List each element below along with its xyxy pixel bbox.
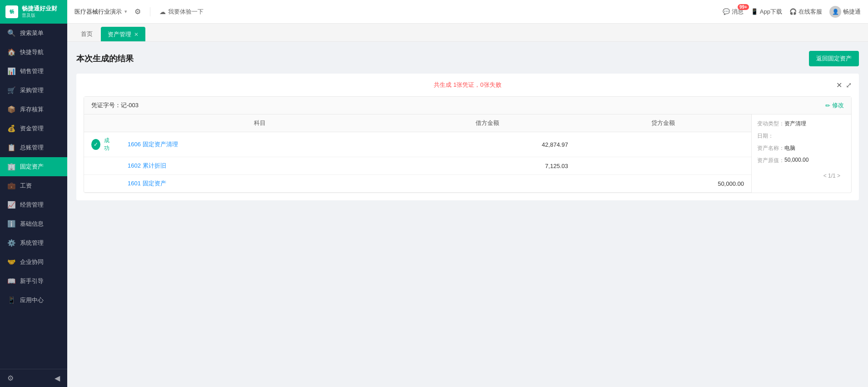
close-panel-button[interactable]: ✕ bbox=[836, 81, 842, 89]
user-label: 畅捷通 bbox=[843, 8, 861, 16]
online-service-icon: 🎧 bbox=[789, 8, 797, 15]
capital-icon: 💰 bbox=[7, 124, 15, 133]
sidebar-item-guide[interactable]: 📖 新手引导 bbox=[0, 272, 67, 291]
col-credit: 贷方金额 bbox=[575, 114, 751, 132]
sidebar-subtitle: 普及版 bbox=[22, 12, 57, 19]
settings-gear-icon[interactable]: ⚙ bbox=[134, 7, 141, 16]
col-subject: 科目 bbox=[120, 114, 399, 132]
sidebar-item-enterprise[interactable]: 🤝 企业协同 bbox=[0, 253, 67, 272]
topbar: 医疗器械行业演示 ▾ ⚙ ☁ 我要体验一下 💬 消息 99+ 📱 App下载 🎧… bbox=[67, 0, 868, 24]
fixed-assets-icon: 🏢 bbox=[7, 163, 15, 171]
enterprise-icon: 🤝 bbox=[7, 258, 15, 266]
tabbar: 首页 资产管理 ✕ bbox=[67, 24, 868, 42]
credit-cell: 50,000.00 bbox=[575, 175, 751, 193]
row-status-cell: ✓ 成功 bbox=[84, 132, 120, 157]
result-fail: 0 bbox=[480, 81, 483, 88]
sidebar-item-capital[interactable]: 💰 资金管理 bbox=[0, 119, 67, 138]
content-area: 本次生成的结果 返回固定资产 ✕ ⤢ 共生成 1张凭证，0张失败 凭证字号：记-… bbox=[67, 42, 868, 387]
date-label: 日期： bbox=[757, 132, 784, 140]
original-value-label: 资产原值： bbox=[757, 157, 784, 164]
subject-cell[interactable]: 1601 固定资产 bbox=[120, 175, 399, 193]
app-center-label: 应用中心 bbox=[20, 296, 44, 304]
result-box: ✕ ⤢ 共生成 1张凭证，0张失败 凭证字号：记-003 ✏ 修改 bbox=[76, 74, 859, 200]
experience-icon: ☁ bbox=[159, 8, 166, 15]
change-type-label: 变动类型： bbox=[757, 120, 784, 128]
row-empty-cell bbox=[84, 175, 120, 193]
sidebar-item-system[interactable]: ⚙️ 系统管理 bbox=[0, 233, 67, 253]
return-fixed-assets-button[interactable]: 返回固定资产 bbox=[809, 51, 859, 66]
subject-cell[interactable]: 1606 固定资产清理 bbox=[120, 132, 399, 157]
date-row: 日期： bbox=[757, 132, 846, 140]
system-label: 系统管理 bbox=[20, 239, 44, 247]
collapse-icon[interactable]: ◀ bbox=[55, 374, 60, 382]
voucher-card: 凭证字号：记-003 ✏ 修改 科目 借方金额 贷 bbox=[84, 96, 852, 193]
success-icon: ✓ bbox=[91, 139, 100, 150]
table-row: ✓ 成功 1606 固定资产清理 42,874.97 bbox=[84, 132, 751, 157]
operations-icon: 📈 bbox=[7, 201, 15, 209]
col-debit: 借方金额 bbox=[399, 114, 575, 132]
page-title: 本次生成的结果 bbox=[76, 53, 134, 64]
tab-asset-mgmt[interactable]: 资产管理 ✕ bbox=[101, 27, 145, 41]
row-empty-cell bbox=[84, 157, 120, 175]
message-btn[interactable]: 💬 消息 99+ bbox=[723, 8, 744, 16]
sidebar-item-quick-nav[interactable]: 🏠 快捷导航 bbox=[0, 43, 67, 62]
company-selector[interactable]: 医疗器械行业演示 ▾ bbox=[74, 8, 127, 16]
fixed-assets-label: 固定资产 bbox=[20, 163, 44, 171]
subject-cell[interactable]: 1602 累计折旧 bbox=[120, 157, 399, 175]
tab-close-icon[interactable]: ✕ bbox=[134, 31, 139, 38]
change-type-value: 资产清理 bbox=[784, 120, 806, 128]
app-center-icon: 📱 bbox=[7, 296, 15, 304]
sidebar-title: 畅捷通好业财 bbox=[22, 5, 57, 13]
voucher-table: 科目 借方金额 贷方金额 ✓ 成功 1606 固定资产清理 42,874.97 bbox=[84, 114, 751, 193]
debit-cell bbox=[399, 175, 575, 193]
sidebar-item-app-center[interactable]: 📱 应用中心 bbox=[0, 291, 67, 310]
voucher-header: 凭证字号：记-003 ✏ 修改 bbox=[84, 97, 851, 114]
voucher-edit-btn[interactable]: ✏ 修改 bbox=[825, 101, 844, 109]
logo-abbr: 畅 bbox=[10, 9, 14, 15]
search-label: 搜索菜单 bbox=[20, 29, 44, 37]
debit-cell: 42,874.97 bbox=[399, 132, 575, 157]
salary-icon: 💼 bbox=[7, 182, 15, 190]
tab-home[interactable]: 首页 bbox=[74, 27, 99, 41]
sales-label: 销售管理 bbox=[20, 67, 44, 75]
user-avatar-btn[interactable]: 👤 畅捷通 bbox=[829, 6, 861, 18]
voucher-pagination[interactable]: < 1/1 > bbox=[757, 169, 846, 183]
sidebar-item-basic-info[interactable]: ℹ️ 基础信息 bbox=[0, 214, 67, 233]
basic-info-label: 基础信息 bbox=[20, 220, 44, 228]
capital-label: 资金管理 bbox=[20, 124, 44, 133]
sidebar-item-sales[interactable]: 📊 销售管理 bbox=[0, 62, 67, 81]
ledger-label: 总账管理 bbox=[20, 144, 44, 152]
sidebar-item-purchase[interactable]: 🛒 采购管理 bbox=[0, 81, 67, 100]
online-service-btn[interactable]: 🎧 在线客服 bbox=[789, 8, 822, 16]
table-row: 1602 累计折旧 7,125.03 bbox=[84, 157, 751, 175]
voucher-body: 科目 借方金额 贷方金额 ✓ 成功 1606 固定资产清理 42,874.97 bbox=[84, 114, 851, 193]
voucher-number: 凭证字号：记-003 bbox=[91, 101, 139, 109]
main: 医疗器械行业演示 ▾ ⚙ ☁ 我要体验一下 💬 消息 99+ 📱 App下载 🎧… bbox=[67, 0, 868, 387]
sidebar-item-ledger[interactable]: 📋 总账管理 bbox=[0, 138, 67, 157]
voucher-side-panel: 变动类型： 资产清理 日期： 资产名称： 电脑 资产原值： bbox=[751, 114, 851, 193]
edit-label: 修改 bbox=[832, 101, 844, 109]
sidebar-item-search[interactable]: 🔍 搜索菜单 bbox=[0, 24, 67, 43]
quick-nav-label: 快捷导航 bbox=[20, 48, 44, 56]
system-icon: ⚙️ bbox=[7, 239, 15, 247]
inventory-label: 库存核算 bbox=[20, 105, 44, 114]
original-value-value: 50,000.00 bbox=[784, 157, 808, 163]
sidebar-header: 畅 畅捷通好业财 普及版 bbox=[0, 0, 67, 24]
result-count: 1 bbox=[453, 81, 456, 88]
purchase-icon: 🛒 bbox=[7, 86, 15, 94]
message-icon: 💬 bbox=[723, 8, 730, 15]
enterprise-label: 企业协同 bbox=[20, 258, 44, 266]
sidebar-item-operations[interactable]: 📈 经营管理 bbox=[0, 195, 67, 214]
expand-panel-button[interactable]: ⤢ bbox=[846, 81, 852, 89]
company-name: 医疗器械行业演示 bbox=[74, 8, 122, 16]
col-status bbox=[84, 114, 120, 132]
avatar: 👤 bbox=[829, 6, 841, 18]
app-download-btn[interactable]: 📱 App下载 bbox=[751, 8, 782, 16]
original-value-row: 资产原值： 50,000.00 bbox=[757, 157, 846, 164]
message-badge: 99+ bbox=[738, 4, 749, 10]
sidebar-item-inventory[interactable]: 📦 库存核算 bbox=[0, 100, 67, 119]
sidebar-item-salary[interactable]: 💼 工资 bbox=[0, 176, 67, 195]
experience-btn[interactable]: ☁ 我要体验一下 bbox=[159, 8, 203, 16]
settings-icon[interactable]: ⚙ bbox=[7, 374, 14, 382]
sidebar-item-fixed-assets[interactable]: 🏢 固定资产 bbox=[0, 157, 67, 176]
